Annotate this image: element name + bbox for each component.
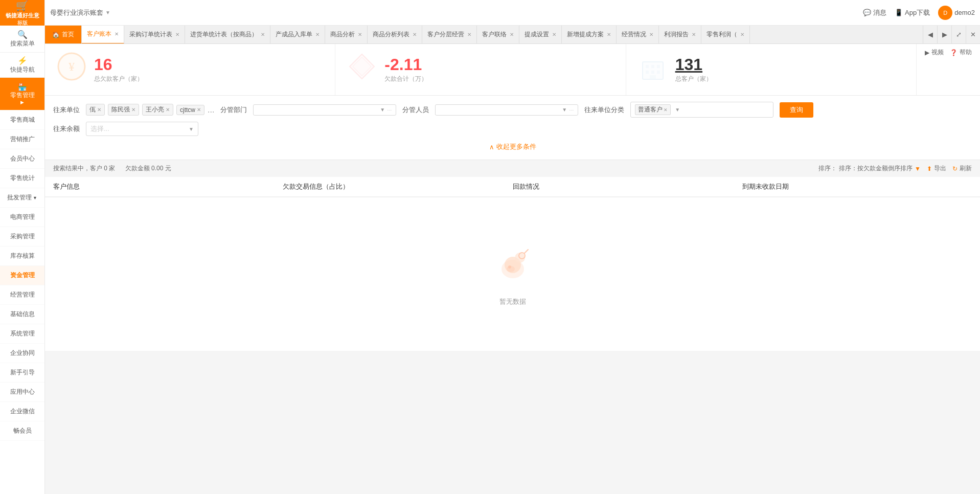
tab-product-analysis[interactable]: 商品分析 ✕ — [325, 26, 368, 44]
tag-label: 陈民强 — [111, 105, 130, 114]
sidebar-item-system[interactable]: 系统管理 — [0, 324, 44, 344]
tab-close-icon[interactable]: ✕ — [467, 32, 471, 37]
tab-retail-profit[interactable]: 零售利润（ ✕ — [701, 26, 750, 44]
sidebar-item-search[interactable]: 🔍 搜索菜单 — [0, 26, 44, 53]
stat-total-customers: 131 总客户（家） — [626, 44, 917, 95]
tag-close-icon[interactable]: ✕ — [197, 107, 201, 113]
stat-credit-total-info: -2.11 欠款合计（万） — [384, 56, 427, 83]
table-col-customer: 客户信息 — [53, 182, 283, 191]
result-customer-unit: 家 — [109, 165, 115, 172]
sidebar-item-enterprise-coop[interactable]: 企业协同 — [0, 344, 44, 363]
sidebar-item-quick-nav[interactable]: ⚡ 快捷导航 — [0, 53, 44, 78]
sidebar-item-retail-shop[interactable]: 零售商城 — [0, 110, 44, 130]
app-download-button[interactable]: 📱 App下载 — [895, 8, 930, 17]
sidebar-item-inventory[interactable]: 库存核算 — [0, 246, 44, 266]
tab-next-button[interactable]: ▶ — [937, 26, 951, 44]
stat-credit-customers-info: 16 总欠款客户（家） — [94, 56, 143, 83]
app-version: 标版 — [17, 19, 28, 27]
tab-product-analysis-list[interactable]: 商品分析列表 ✕ — [368, 26, 422, 44]
sidebar-item-basic-info[interactable]: 基础信息 — [0, 305, 44, 324]
tag-close-icon[interactable]: ✕ — [166, 107, 170, 113]
tag-close-icon[interactable]: ✕ — [664, 107, 668, 113]
sidebar-item-capital[interactable]: 资金管理 — [0, 266, 44, 285]
sort-icon: ▼ — [915, 165, 921, 172]
tab-close-icon[interactable]: ✕ — [649, 32, 653, 37]
filter-row-2: 往来余额 选择... ▼ — [53, 122, 972, 136]
tab-production-instock[interactable]: 产成品入库单 ✕ — [270, 26, 325, 44]
sidebar-item-ecommerce[interactable]: 电商管理 — [0, 208, 44, 227]
tab-purchase-order[interactable]: 采购订单统计表 ✕ — [124, 26, 185, 44]
tab-customer-tier[interactable]: 客户分层经营 ✕ — [422, 26, 477, 44]
tag-label: 王小亮 — [146, 105, 164, 114]
tab-purchase-order-label: 采购订单统计表 — [129, 30, 172, 39]
sidebar-item-label-vip: 畅会员 — [3, 426, 41, 435]
tab-profit-report[interactable]: 利润报告 ✕ — [659, 26, 701, 44]
sort-select[interactable]: 排序： 排序：按欠款金额倒序排序 ▼ — [818, 164, 921, 173]
sidebar-item-wholesale[interactable]: 批发管理 ▼ — [0, 188, 44, 208]
tab-business-status[interactable]: 经营情况 ✕ — [617, 26, 659, 44]
sidebar-item-retail-mgmt[interactable]: 🏪 零售管理 ▶ — [0, 78, 44, 110]
sidebar-item-vip-member[interactable]: 畅会员 — [0, 421, 44, 441]
tab-close-all-button[interactable]: ✕ — [966, 26, 980, 44]
sidebar-item-business[interactable]: 经营管理 — [0, 285, 44, 305]
tab-close-icon[interactable]: ✕ — [261, 32, 265, 37]
tab-expand-button[interactable]: ⤢ — [951, 26, 966, 44]
help-button[interactable]: ❓ 帮助 — [950, 48, 972, 57]
tab-close-icon[interactable]: ✕ — [315, 32, 320, 37]
sidebar-item-purchase[interactable]: 采购管理 — [0, 227, 44, 246]
tab-customer-ledger[interactable]: 客户账本 ✕ — [82, 26, 124, 44]
tab-close-icon[interactable]: ✕ — [552, 32, 556, 37]
sidebar-item-app-center[interactable]: 应用中心 — [0, 383, 44, 402]
company-tag-1: 佤 ✕ — [86, 104, 105, 116]
sidebar-item-label-ecommerce: 电商管理 — [3, 213, 41, 221]
tab-customer-contact[interactable]: 客户联络 ✕ — [477, 26, 519, 44]
tab-close-icon[interactable]: ✕ — [358, 32, 362, 37]
app-download-label: App下载 — [905, 8, 930, 17]
tab-purchase-stats[interactable]: 进货单统计表（按商品） ✕ — [185, 26, 270, 44]
company-tag-4: cjttcw ✕ — [176, 105, 204, 115]
tab-new-tip-plan[interactable]: 新增提成方案 ✕ — [562, 26, 617, 44]
tab-close-icon[interactable]: ✕ — [413, 32, 417, 37]
department-select[interactable]: ▼ ··· — [253, 104, 396, 116]
tab-close-icon[interactable]: ✕ — [175, 32, 179, 37]
sidebar-item-label-shop: 零售商城 — [3, 116, 41, 124]
tab-close-icon[interactable]: ✕ — [510, 32, 514, 37]
balance-select[interactable]: 选择... ▼ — [86, 122, 198, 136]
tab-close-icon[interactable]: ✕ — [692, 32, 696, 37]
refresh-button[interactable]: ↻ 刷新 — [952, 164, 972, 173]
svg-rect-10 — [657, 71, 660, 74]
sidebar-item-new-guide[interactable]: 新手引导 — [0, 363, 44, 383]
tab-home[interactable]: 🏠 首页 — [45, 26, 82, 44]
tab-tip-settings[interactable]: 提成设置 ✕ — [519, 26, 562, 44]
app-name: 畅捷通好生意 — [6, 12, 39, 19]
tag-close-icon[interactable]: ✕ — [97, 107, 101, 113]
message-button[interactable]: 💬 消息 — [863, 8, 886, 17]
tab-prev-button[interactable]: ◀ — [923, 26, 937, 44]
refresh-icon: ↻ — [952, 165, 958, 172]
manager-select[interactable]: ▼ ··· — [435, 104, 578, 116]
category-select[interactable]: 普通客户 ✕ ▼ — [630, 102, 773, 118]
result-bar: 搜索结果中，客户 0 家 欠款金额 0.00 元 排序： 排序：按欠款金额倒序排… — [45, 160, 980, 177]
tag-close-icon[interactable]: ✕ — [131, 107, 135, 113]
version-selector[interactable]: 母婴行业演示账套 ▼ — [50, 8, 110, 17]
sidebar-item-retail-stats[interactable]: 零售统计 — [0, 169, 44, 188]
sidebar-item-marketing[interactable]: 营销推广 — [0, 130, 44, 149]
stat-credit-total-value: -2.11 — [384, 56, 427, 73]
filter-collapse-row: ∧ 收起更多条件 — [53, 140, 972, 153]
user-menu[interactable]: D demo2 — [938, 6, 975, 20]
svg-text:¥: ¥ — [69, 60, 75, 73]
collapse-button[interactable]: ∧ 收起更多条件 — [483, 140, 542, 153]
empty-icon — [492, 242, 533, 291]
video-help-button[interactable]: ▶ 视频 — [925, 48, 944, 57]
user-name: demo2 — [954, 9, 975, 16]
more-tags-button[interactable]: ... — [208, 105, 214, 115]
tab-close-icon[interactable]: ✕ — [607, 32, 611, 37]
sidebar-item-member[interactable]: 会员中心 — [0, 149, 44, 169]
stats-bar: ¥ 16 总欠款客户（家） -2.11 欠款合计（ — [45, 44, 980, 96]
export-button[interactable]: ⬆ 导出 — [927, 164, 946, 173]
tab-close-icon[interactable]: ✕ — [740, 32, 744, 37]
query-button[interactable]: 查询 — [780, 102, 813, 118]
tab-close-icon[interactable]: ✕ — [115, 31, 119, 37]
sidebar-item-enterprise-wechat[interactable]: 企业微信 — [0, 402, 44, 421]
sidebar-item-label-wechat: 企业微信 — [3, 407, 41, 416]
